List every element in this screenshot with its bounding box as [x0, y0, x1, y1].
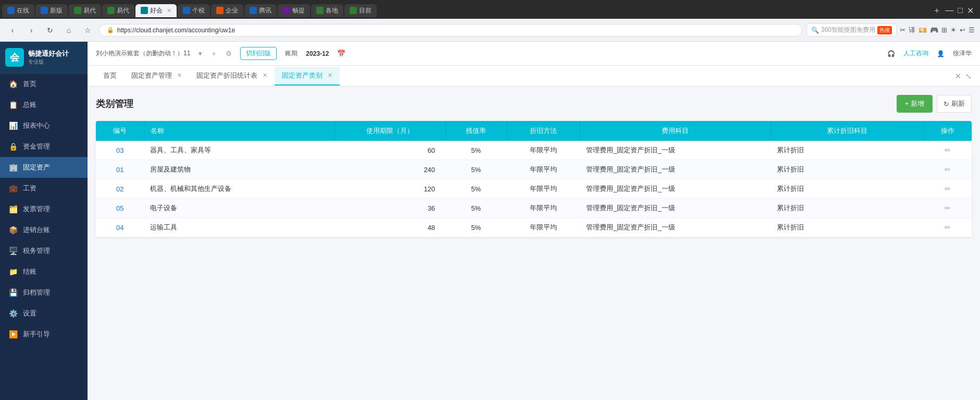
top-bar: 刘小艳演示账套（勿删勿动！）11 ▾ ＋ ⚙ 切到旧版 账期 2023-12 📅…	[88, 42, 980, 66]
tab-close-management[interactable]: ✕	[177, 72, 182, 79]
tab-home[interactable]: 首页	[96, 67, 124, 86]
browser-tab-2[interactable]: 新版	[35, 4, 68, 17]
cell-action: ✏	[923, 179, 972, 199]
cell-action: ✏	[923, 199, 972, 218]
sidebar-item-settings[interactable]: ⚙️ 设置	[0, 303, 88, 324]
browser-tab-8[interactable]: 腾讯	[244, 4, 277, 17]
sidebar-label-funds: 资金管理	[23, 142, 50, 151]
header-actions: + 新增 ↻ 刷新	[897, 95, 972, 113]
cell-action: ✏	[923, 160, 972, 179]
back-button[interactable]: ‹	[5, 23, 20, 38]
home-button[interactable]: ⌂	[61, 23, 76, 38]
forward-button[interactable]: ›	[24, 23, 39, 38]
browser-tab-11[interactable]: 目前	[344, 4, 377, 17]
browser-tab-actions: ＋ — □ ✕	[933, 5, 978, 16]
cell-accum: 累计折旧	[771, 199, 923, 218]
wallet-icon[interactable]: 💴	[919, 26, 927, 34]
browser-tab-10[interactable]: 各地	[311, 4, 343, 17]
edit-button[interactable]: ✏	[945, 204, 951, 212]
tab-window-actions: ✕ ⤡	[955, 72, 972, 80]
table-row: 03 器具、工具、家具等 60 5% 年限平均 管理费用_固定资产折旧_一级 累…	[96, 141, 972, 160]
expand-company-icon[interactable]: ▾	[199, 50, 202, 57]
settings-icon[interactable]: ☀	[950, 26, 957, 34]
close-pane-icon[interactable]: ✕	[955, 72, 961, 80]
sidebar-item-closing[interactable]: 📁 结账	[0, 261, 88, 282]
add-button[interactable]: + 新增	[897, 95, 933, 113]
period-label: 账期	[285, 49, 297, 58]
logo-text: 畅捷通好会计	[28, 49, 69, 58]
game-icon[interactable]: 🎮	[930, 26, 938, 34]
browser-tab-5[interactable]: 好会 ✕	[135, 4, 177, 17]
tab-close-category[interactable]: ✕	[328, 72, 332, 79]
url-input[interactable]: 🔒 https://cloud.chanjet.com/accounting/u…	[99, 24, 802, 37]
top-bar-right: 🎧 人工咨询 👤 徐泽华	[887, 49, 972, 58]
sidebar-item-archive[interactable]: 💾 归档管理	[0, 282, 88, 303]
sidebar-item-ledger[interactable]: 📋 总账	[0, 94, 88, 115]
sidebar-item-fixed-assets[interactable]: 🏢 固定资产	[0, 157, 88, 178]
close-window-button[interactable]: ✕	[967, 6, 974, 16]
cell-method: 年限平均	[506, 179, 580, 199]
sidebar-item-home[interactable]: 🏠 首页	[0, 74, 88, 94]
maximize-pane-icon[interactable]: ⤡	[965, 72, 972, 80]
cell-accum: 累计折旧	[771, 179, 923, 199]
cell-code: 05	[96, 199, 144, 218]
invoice-icon: 🗂️	[8, 204, 18, 214]
add-company-button[interactable]: ＋	[210, 49, 217, 58]
scissors-icon[interactable]: ✂	[900, 26, 905, 34]
cell-period: 60	[335, 141, 445, 160]
search-bar[interactable]: 🔍 360智能抠图免费用 热搜	[807, 23, 897, 37]
calendar-icon[interactable]: 📅	[337, 50, 345, 57]
tab-close-stats[interactable]: ✕	[263, 72, 267, 79]
tab-depreciation-stats[interactable]: 固定资产折旧统计表 ✕	[189, 67, 275, 86]
translate-icon[interactable]: 译	[909, 26, 915, 35]
grid-icon[interactable]: ⊞	[941, 26, 947, 34]
table-row: 05 电子设备 36 5% 年限平均 管理费用_固定资产折旧_一级 累计折旧 ✏	[96, 199, 972, 218]
edit-button[interactable]: ✏	[945, 146, 951, 154]
sidebar-item-reports[interactable]: 📊 报表中心	[0, 115, 88, 136]
browser-tab-7[interactable]: 企业	[211, 4, 243, 17]
settings-gear-icon: ⚙️	[8, 309, 18, 318]
edit-button[interactable]: ✏	[945, 223, 951, 232]
undo-icon[interactable]: ↩	[960, 26, 965, 34]
switch-old-version-button[interactable]: 切到旧版	[240, 47, 277, 60]
content-area: 类别管理 + 新增 ↻ 刷新 编号 名称 使用期限（月） 残值率	[88, 87, 980, 400]
browser-tab-1[interactable]: 在线	[2, 4, 34, 17]
tab-close-5[interactable]: ✕	[167, 7, 171, 14]
cell-period: 120	[335, 179, 445, 199]
table-row: 04 运输工具 48 5% 年限平均 管理费用_固定资产折旧_一级 累计折旧 ✏	[96, 218, 972, 237]
cell-name: 器具、工具、家具等	[144, 141, 334, 160]
refresh-icon: ↻	[944, 100, 949, 108]
company-settings-icon[interactable]: ⚙	[226, 50, 232, 57]
maximize-button[interactable]: □	[958, 6, 963, 15]
new-tab-button[interactable]: ＋	[933, 5, 941, 16]
refresh-button[interactable]: ↻ 刷新	[937, 95, 972, 113]
cell-expense: 管理费用_固定资产折旧_一级	[580, 179, 771, 199]
tab-asset-category[interactable]: 固定资产类别 ✕	[275, 67, 340, 86]
browser-tab-4[interactable]: 易代	[102, 4, 134, 17]
sidebar-label-archive: 归档管理	[23, 288, 50, 297]
sidebar-item-funds[interactable]: 🔒 资金管理	[0, 136, 88, 157]
tab-fixed-assets-management[interactable]: 固定资产管理 ✕	[124, 67, 189, 86]
sidebar-item-invoice[interactable]: 🗂️ 发票管理	[0, 199, 88, 220]
user-label[interactable]: 徐泽华	[953, 49, 972, 58]
bookmark-button[interactable]: ☆	[80, 23, 95, 38]
sidebar-label-home: 首页	[23, 79, 36, 89]
sidebar-item-payroll[interactable]: 💼 工资	[0, 178, 88, 199]
reload-button[interactable]: ↻	[43, 23, 57, 38]
menu-icon[interactable]: ☰	[969, 26, 975, 34]
browser-tab-6[interactable]: 个税	[178, 4, 210, 17]
browser-tab-3[interactable]: 易代	[69, 4, 101, 17]
cell-rate: 5%	[445, 179, 506, 199]
edit-button[interactable]: ✏	[945, 185, 951, 193]
minimize-button[interactable]: —	[945, 6, 953, 15]
browser-tab-9[interactable]: 畅提	[278, 4, 310, 17]
sidebar-item-guide[interactable]: ▶️ 新手引导	[0, 324, 88, 345]
cell-expense: 管理费用_固定资产折旧_一级	[580, 141, 771, 160]
sidebar-item-inventory[interactable]: 📦 进销台账	[0, 220, 88, 240]
cell-name: 机器、机械和其他生产设备	[144, 179, 334, 199]
main-content: 刘小艳演示账套（勿删勿动！）11 ▾ ＋ ⚙ 切到旧版 账期 2023-12 📅…	[88, 42, 980, 400]
help-label[interactable]: 人工咨询	[903, 49, 928, 58]
sidebar-item-tax[interactable]: 🖥️ 税务管理	[0, 240, 88, 261]
edit-button[interactable]: ✏	[945, 165, 951, 174]
cell-accum: 累计折旧	[771, 160, 923, 179]
